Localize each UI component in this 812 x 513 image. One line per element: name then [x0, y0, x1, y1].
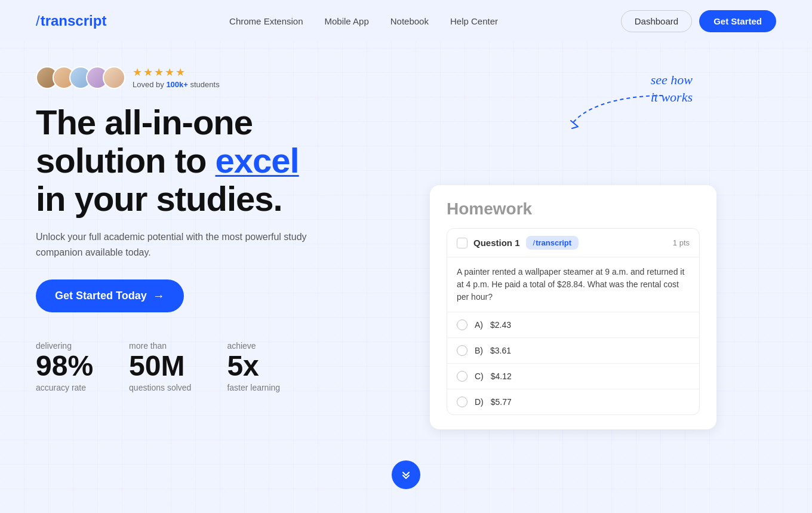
pts-label: 1 pts	[673, 238, 690, 247]
star-rating: ★ ★ ★ ★ ★	[133, 66, 220, 79]
star-icon: ★	[176, 66, 185, 79]
loved-prefix: Loved by	[133, 80, 166, 89]
heading-line1: The all-in-one	[36, 103, 253, 142]
option-letter: B)	[475, 346, 483, 355]
main-content: ★ ★ ★ ★ ★ Loved by 100k+ students The al…	[0, 42, 812, 453]
answer-option-d[interactable]: D) $5.77	[447, 389, 699, 414]
star-icon: ★	[165, 66, 174, 79]
stat-value: 50M	[129, 352, 191, 380]
loved-by-text: Loved by 100k+ students	[133, 80, 220, 89]
arrow-icon: →	[153, 289, 165, 303]
stat-label-bottom: questions solved	[129, 383, 191, 392]
question-header-left: Question 1 /transcript	[457, 236, 579, 250]
stat-learning: achieve 5x faster learning	[227, 341, 280, 392]
answer-option-b[interactable]: B) $3.61	[447, 338, 699, 364]
nav-mobile-app[interactable]: Mobile App	[325, 16, 369, 26]
get-started-hero-button[interactable]: Get Started Today →	[36, 279, 184, 312]
option-value: $2.43	[490, 320, 511, 330]
question-body: A painter rented a wallpaper steamer at …	[447, 257, 699, 312]
answer-option-c[interactable]: C) $4.12	[447, 364, 699, 389]
badge-slash: /	[533, 238, 536, 247]
heading-line3: in your studies.	[36, 179, 282, 218]
right-column: see howit works Homework Question 1 /tra…	[430, 66, 716, 429]
hero-heading: The all-in-one solution to excel in your…	[36, 103, 406, 217]
stat-questions: more than 50M questions solved	[129, 341, 191, 392]
nav-chrome-extension[interactable]: Chrome Extension	[229, 16, 303, 26]
badge-name: transcript	[536, 238, 571, 247]
star-icon: ★	[154, 66, 164, 79]
see-how-annotation: see howit works	[430, 72, 716, 131]
chevron-down-double-icon	[400, 469, 412, 481]
option-value: $4.12	[491, 371, 512, 381]
homework-title: Homework	[447, 199, 700, 219]
stat-value: 5x	[227, 352, 280, 380]
stats-row: delivering 98% accuracy rate more than 5…	[36, 341, 406, 392]
radio-button[interactable]	[457, 345, 467, 356]
stat-label-top: delivering	[36, 341, 93, 351]
left-column: ★ ★ ★ ★ ★ Loved by 100k+ students The al…	[36, 66, 406, 392]
loved-count: 100k+	[166, 80, 188, 89]
logo-slash: /	[36, 13, 40, 29]
dashboard-button[interactable]: Dashboard	[621, 10, 692, 32]
radio-button[interactable]	[457, 320, 467, 330]
stat-label-bottom: faster learning	[227, 383, 280, 392]
nav-links: Chrome Extension Mobile App Notebook Hel…	[229, 16, 498, 26]
star-icon: ★	[143, 66, 153, 79]
option-letter: C)	[475, 371, 484, 381]
get-started-label: Get Started Today	[55, 290, 147, 302]
stat-accuracy: delivering 98% accuracy rate	[36, 341, 93, 392]
nav-notebook[interactable]: Notebook	[390, 16, 429, 26]
question-checkbox[interactable]	[457, 238, 467, 248]
option-letter: A)	[475, 320, 483, 330]
heading-highlight: excel	[216, 141, 299, 180]
heading-line2-prefix: solution to	[36, 141, 216, 180]
loved-suffix: students	[188, 80, 220, 89]
get-started-nav-button[interactable]: Get Started	[699, 10, 776, 32]
option-value: $3.61	[490, 346, 511, 355]
stat-label-bottom: accuracy rate	[36, 383, 93, 392]
homework-section: Homework Question 1 /transcript 1 pts A …	[430, 185, 716, 429]
nav-help-center[interactable]: Help Center	[450, 16, 498, 26]
radio-button[interactable]	[457, 397, 467, 407]
avatar	[103, 66, 125, 89]
dashed-arrow-icon	[549, 90, 681, 131]
avatar-info: ★ ★ ★ ★ ★ Loved by 100k+ students	[133, 66, 220, 89]
star-icon: ★	[133, 66, 142, 79]
stat-value: 98%	[36, 352, 93, 380]
avatar-group	[36, 66, 125, 89]
hero-subtext: Unlock your full academic potential with…	[36, 229, 322, 260]
scroll-down-button[interactable]	[392, 460, 420, 489]
radio-button[interactable]	[457, 371, 467, 382]
stat-label-top: achieve	[227, 341, 280, 351]
stat-label-top: more than	[129, 341, 191, 351]
transcript-badge: /transcript	[526, 236, 579, 250]
nav-actions: Dashboard Get Started	[621, 10, 776, 32]
logo-name: transcript	[41, 13, 107, 29]
answer-option-a[interactable]: A) $2.43	[447, 312, 699, 338]
navbar: /transcript Chrome Extension Mobile App …	[0, 0, 812, 42]
logo[interactable]: /transcript	[36, 13, 106, 29]
question-header: Question 1 /transcript 1 pts	[447, 229, 699, 257]
option-value: $5.77	[491, 397, 512, 407]
social-proof-row: ★ ★ ★ ★ ★ Loved by 100k+ students	[36, 66, 406, 89]
question-card: Question 1 /transcript 1 pts A painter r…	[447, 228, 700, 415]
option-letter: D)	[475, 397, 484, 407]
question-label: Question 1	[473, 238, 520, 248]
